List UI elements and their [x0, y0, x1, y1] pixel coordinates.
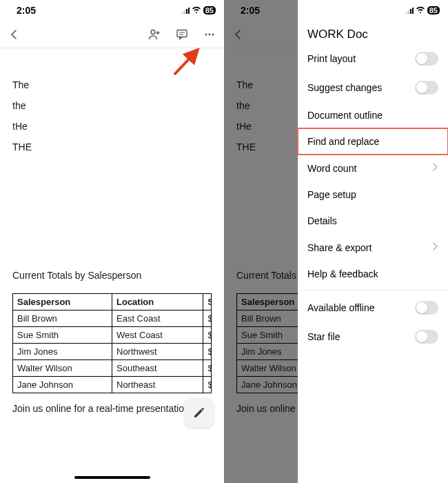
svg-rect-1: [177, 30, 187, 37]
table-cell: Sue Smith: [13, 327, 112, 344]
status-time: 2:05: [17, 5, 36, 16]
table-cell: Jane Johnson: [13, 377, 112, 393]
menu-item-label: Print layout: [307, 53, 356, 64]
cellular-icon: [182, 7, 190, 14]
status-bar: 2:05 85: [0, 0, 224, 21]
svg-point-0: [151, 30, 155, 34]
menu-divider: [298, 290, 448, 290]
home-indicator: [74, 476, 150, 479]
table-cell: Northeast: [112, 377, 203, 393]
table-cell: Northwest: [112, 344, 203, 360]
menu-item-label: Suggest changes: [307, 82, 382, 93]
wifi-icon: [416, 6, 425, 15]
table-row: Walter WilsonSoutheast$: [13, 360, 212, 377]
table-row: Sue SmithWest Coast$: [13, 327, 212, 344]
toggle-switch[interactable]: [415, 330, 438, 344]
section-title: Current Totals by Salesperson: [12, 270, 212, 281]
menu-item-label: Share & export: [307, 242, 371, 253]
battery-icon: 85: [203, 6, 216, 14]
status-time: 2:05: [241, 5, 260, 16]
add-person-icon[interactable]: [147, 27, 162, 42]
table-header: Location: [112, 294, 203, 310]
menu-item-label: Find and replace: [307, 136, 379, 147]
status-right: 85: [182, 6, 216, 15]
menu-item-star-file[interactable]: Star file: [298, 322, 448, 351]
menu-item-label: Help & feedback: [307, 268, 378, 279]
menu-item-print-layout[interactable]: Print layout: [298, 44, 448, 73]
menu-item-label: Document outline: [307, 110, 383, 121]
table-cell: $: [203, 360, 212, 377]
doc-word: the: [12, 100, 212, 111]
menu-item-label: Available offline: [307, 302, 375, 313]
overflow-menu-sheet: 2:05 85 WORK Doc Print layoutSuggest cha…: [298, 0, 448, 483]
menu-title: WORK Doc: [298, 21, 448, 44]
table-cell: East Coast: [112, 310, 203, 327]
menu-item-find-and-replace[interactable]: Find and replace: [298, 128, 448, 155]
toggle-switch[interactable]: [415, 81, 438, 95]
menu-item-available-offline[interactable]: Available offline: [298, 293, 448, 322]
toggle-switch[interactable]: [415, 301, 438, 315]
wifi-icon: [192, 6, 201, 15]
more-icon[interactable]: [202, 27, 217, 42]
svg-point-3: [209, 33, 211, 35]
screenshot-left: 2:05 85: [0, 0, 224, 483]
back-icon[interactable]: [7, 27, 22, 42]
status-right: 85: [406, 6, 440, 15]
document-body: ThethetHeTHE Current Totals by Salespers…: [0, 48, 224, 414]
menu-item-label: Page setup: [307, 189, 356, 200]
edit-button[interactable]: [184, 397, 214, 428]
back-icon[interactable]: [231, 27, 246, 42]
menu-item-help-feedback[interactable]: Help & feedback: [298, 261, 448, 287]
table-header: Salesperson: [13, 294, 112, 310]
table-cell: $: [203, 344, 212, 360]
svg-point-4: [212, 33, 214, 35]
menu-item-label: Star file: [307, 331, 340, 342]
nav-bar: [0, 21, 224, 48]
table-cell: $: [203, 310, 212, 327]
table-row: Jim JonesNorthwest$: [13, 344, 212, 360]
doc-word: THE: [12, 141, 212, 152]
doc-word: tHe: [12, 121, 212, 132]
table-cell: $: [203, 327, 212, 344]
menu-item-share-export[interactable]: Share & export: [298, 234, 448, 261]
comment-icon[interactable]: [174, 27, 190, 42]
menu-item-page-setup[interactable]: Page setup: [298, 181, 448, 208]
cellular-icon: [406, 7, 414, 14]
menu-item-document-outline[interactable]: Document outline: [298, 102, 448, 128]
table-cell: Southeast: [112, 360, 203, 377]
table-cell: Bill Brown: [13, 310, 112, 327]
table-header: S: [203, 294, 212, 310]
menu-item-word-count[interactable]: Word count: [298, 155, 448, 181]
svg-point-2: [205, 33, 207, 35]
table-cell: Walter Wilson: [13, 360, 112, 377]
menu-item-label: Word count: [307, 163, 356, 174]
screenshot-right: 2:05 85 ThethetHeTHE Current Totals by S…: [224, 0, 448, 483]
sales-table: SalespersonLocationS Bill BrownEast Coas…: [12, 293, 212, 393]
toggle-switch[interactable]: [415, 52, 438, 66]
menu-item-suggest-changes[interactable]: Suggest changes: [298, 73, 448, 102]
doc-word: The: [12, 79, 212, 90]
table-row: Bill BrownEast Coast$: [13, 310, 212, 327]
battery-icon: 85: [427, 6, 440, 14]
status-bar: 2:05 85: [298, 0, 448, 21]
table-row: Jane JohnsonNortheast$: [13, 377, 212, 393]
table-cell: Jim Jones: [13, 344, 112, 360]
menu-item-label: Details: [307, 215, 337, 226]
menu-item-details[interactable]: Details: [298, 208, 448, 234]
table-cell: $: [203, 377, 212, 393]
doc-footer-text: Join us online for a real-time presentat…: [12, 403, 212, 414]
table-cell: West Coast: [112, 327, 203, 344]
chevron-right-icon: [431, 162, 438, 174]
chevron-right-icon: [431, 241, 438, 253]
